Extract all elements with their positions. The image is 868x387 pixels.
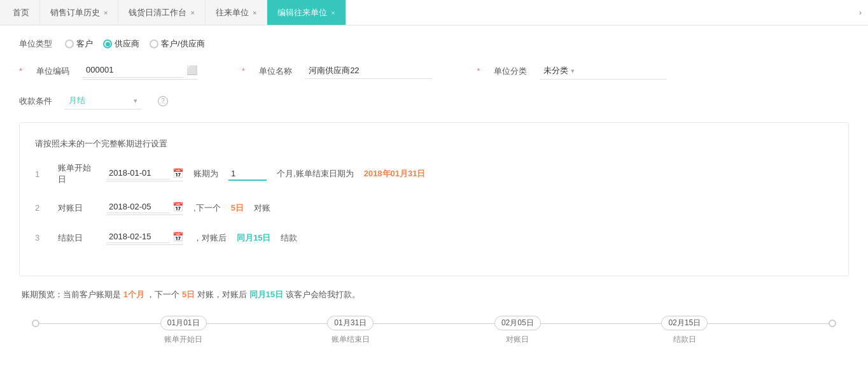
period-label: 账期为 bbox=[193, 168, 218, 179]
tab-sales-order-history[interactable]: 销售订单历史 × bbox=[40, 0, 118, 25]
payment-condition-row: 收款条件 月结 ▾ ? bbox=[19, 92, 849, 109]
unit-classify-select[interactable]: 未分类 ▾ bbox=[540, 62, 667, 80]
unit-code-input-container: ⬜ bbox=[82, 62, 197, 80]
period-unit-text: 个月,账单结束日期为 bbox=[277, 168, 354, 179]
tab-edit-partner-unit[interactable]: 编辑往来单位 × bbox=[267, 0, 346, 25]
timeline-badge-0205: 02月05日 bbox=[494, 316, 541, 330]
payment-condition-select[interactable]: 月结 ▾ bbox=[65, 92, 141, 109]
preview-payment-highlight: 同月15日 bbox=[249, 290, 283, 299]
chevron-down-icon: ▾ bbox=[571, 67, 575, 75]
radio-label-both: 客户/供应商 bbox=[161, 38, 205, 50]
payment-note-prefix: ，对账后 bbox=[193, 232, 227, 244]
help-icon[interactable]: ? bbox=[158, 96, 168, 106]
row-num-1: 1 bbox=[35, 169, 48, 179]
timeline-node-0131: 01月31日 账单结束日 bbox=[327, 316, 374, 345]
preview-period-highlight: 1个月 bbox=[123, 290, 144, 299]
unit-classify-label: 单位分类 bbox=[494, 66, 527, 77]
radio-label-supplier: 供应商 bbox=[115, 38, 139, 50]
tab-cash-work[interactable]: 钱货日清工作台 × bbox=[118, 0, 205, 25]
chevron-right-icon: › bbox=[859, 8, 862, 17]
date-input-3[interactable] bbox=[106, 230, 170, 243]
date-input-container-3: 📅 bbox=[106, 230, 183, 245]
unit-type-radio-group: 客户 供应商 客户/供应商 bbox=[65, 38, 205, 50]
timeline-label-0131: 账单结束日 bbox=[332, 334, 370, 345]
required-star-code: * bbox=[19, 66, 22, 76]
unit-name-label: 单位名称 bbox=[259, 66, 292, 77]
timeline-node-0215: 02月15日 结款日 bbox=[661, 316, 708, 345]
card-instruction: 请按照未来的一个完整帐期进行设置 bbox=[35, 138, 833, 150]
date-input-container-2: 📅 bbox=[106, 201, 183, 215]
timeline-badge-0101: 01月01日 bbox=[160, 316, 207, 330]
timeline-node-0101: 01月01日 账单开始日 bbox=[160, 316, 207, 345]
close-icon[interactable]: × bbox=[253, 9, 256, 17]
radio-supplier[interactable]: 供应商 bbox=[103, 38, 139, 50]
card-row-3: 3 结款日 📅 ，对账后 同月15日 结款 bbox=[35, 230, 833, 245]
row-num-3: 3 bbox=[35, 233, 48, 243]
payment-date-highlight: 同月15日 bbox=[237, 232, 270, 244]
timeline-start-dot bbox=[32, 316, 39, 327]
calendar-icon-3[interactable]: 📅 bbox=[172, 232, 183, 242]
tab-more-button[interactable]: › bbox=[853, 0, 868, 25]
timeline-dot-start bbox=[32, 320, 39, 327]
period-end-date: 2018年01月31日 bbox=[364, 168, 426, 179]
radio-circle-both bbox=[150, 39, 158, 48]
preview-end-text: 该客户会给我打款。 bbox=[286, 290, 360, 299]
tab-partner-unit[interactable]: 往来单位 × bbox=[206, 0, 267, 25]
unit-code-label: 单位编码 bbox=[36, 66, 69, 77]
close-icon[interactable]: × bbox=[104, 9, 108, 17]
chevron-down-icon: ▾ bbox=[134, 97, 137, 105]
card-row-2: 2 对账日 📅 ,下一个 5日 对账 bbox=[35, 201, 833, 215]
radio-circle-supplier bbox=[103, 39, 112, 48]
date-input-1[interactable] bbox=[106, 167, 170, 179]
payment-condition-label: 收款条件 bbox=[19, 95, 52, 107]
row-field-label-3: 结款日 bbox=[58, 232, 96, 244]
payment-note-suffix: 结款 bbox=[281, 232, 297, 244]
timeline-label-0215: 结款日 bbox=[673, 334, 696, 345]
reconcile-note-suffix: 对账 bbox=[254, 202, 270, 214]
preview-middle-text: ，下一个 bbox=[146, 290, 179, 299]
period-input[interactable] bbox=[228, 167, 267, 181]
row-field-label-2: 对账日 bbox=[58, 202, 96, 214]
reconcile-date-highlight: 5日 bbox=[231, 202, 244, 214]
tab-home[interactable]: 首页 bbox=[0, 0, 40, 25]
radio-both[interactable]: 客户/供应商 bbox=[150, 38, 205, 50]
tab-bar: 首页 销售订单历史 × 钱货日清工作台 × 往来单位 × 编辑往来单位 × › bbox=[0, 0, 868, 25]
preview-reconcile-highlight: 5日 bbox=[182, 290, 195, 299]
preview-after-text: 对账，对账后 bbox=[197, 290, 247, 299]
radio-circle-customer bbox=[65, 39, 74, 48]
unit-classify-value: 未分类 bbox=[543, 65, 568, 76]
reconcile-note-prefix: ,下一个 bbox=[193, 202, 221, 214]
required-star-classify: * bbox=[477, 66, 480, 76]
payment-condition-value: 月结 bbox=[69, 95, 131, 106]
timeline-container: 01月01日 账单开始日 01月31日 账单结束日 02月05日 对账日 02月… bbox=[19, 316, 849, 370]
card-row-1: 1 账单开始日 📅 账期为 个月,账单结束日期为 2018年01月31日 bbox=[35, 162, 833, 185]
row-num-2: 2 bbox=[35, 203, 48, 213]
calendar-icon-2[interactable]: 📅 bbox=[172, 202, 183, 212]
timeline-dot-end bbox=[829, 320, 836, 327]
radio-customer[interactable]: 客户 bbox=[65, 38, 93, 50]
preview-text: 账期预览：当前客户账期是 1个月 ，下一个 5日 对账，对账后 同月15日 该客… bbox=[19, 289, 849, 300]
unit-info-row: * 单位编码 ⬜ * 单位名称 * 单位分类 未分类 ▾ bbox=[19, 62, 849, 80]
unit-type-label: 单位类型 bbox=[19, 38, 52, 50]
calendar-icon-1[interactable]: 📅 bbox=[172, 168, 183, 178]
close-icon[interactable]: × bbox=[331, 9, 335, 17]
unit-name-input[interactable] bbox=[305, 64, 432, 79]
date-input-2[interactable] bbox=[106, 201, 170, 213]
unit-type-row: 单位类型 客户 供应商 客户/供应商 bbox=[19, 38, 849, 50]
close-icon[interactable]: × bbox=[190, 9, 194, 17]
timeline-end-dot bbox=[829, 316, 836, 327]
timeline-label-0205: 对账日 bbox=[506, 334, 529, 345]
main-content: 单位类型 客户 供应商 客户/供应商 * 单位编码 ⬜ * 单位名称 bbox=[0, 25, 868, 387]
radio-label-customer: 客户 bbox=[76, 38, 93, 50]
timeline-label-0101: 账单开始日 bbox=[164, 334, 202, 345]
settings-card: 请按照未来的一个完整帐期进行设置 1 账单开始日 📅 账期为 个月,账单结束日期… bbox=[19, 122, 849, 276]
unit-code-input[interactable] bbox=[82, 62, 184, 78]
preview-label: 账期预览：当前客户账期是 bbox=[22, 290, 121, 299]
timeline-node-0205: 02月05日 对账日 bbox=[494, 316, 541, 345]
copy-icon[interactable]: ⬜ bbox=[186, 65, 197, 75]
date-input-container-1: 📅 bbox=[106, 167, 183, 181]
row-field-label-1: 账单开始日 bbox=[58, 162, 96, 185]
timeline-badge-0215: 02月15日 bbox=[661, 316, 708, 330]
timeline-badge-0131: 01月31日 bbox=[327, 316, 374, 330]
required-star-name: * bbox=[242, 66, 245, 76]
